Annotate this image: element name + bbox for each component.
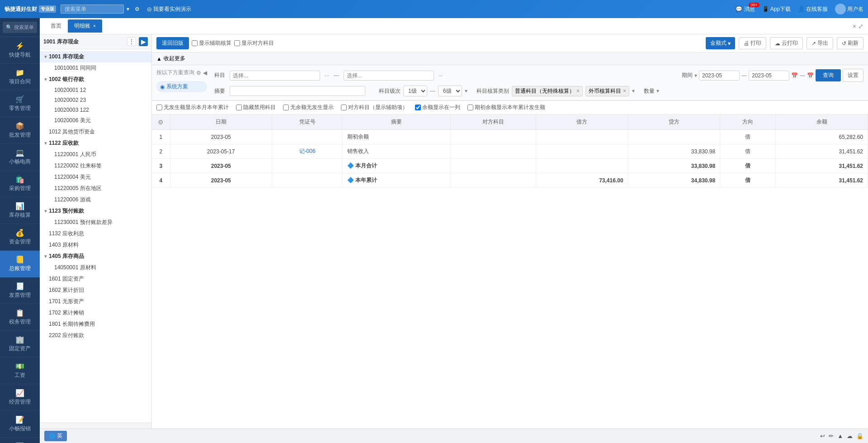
gear-icon[interactable]: ⚙ <box>135 6 140 12</box>
level-end-select[interactable]: 6级 <box>438 86 462 96</box>
settings-button[interactable]: 设置 <box>843 69 863 82</box>
tree-icons-btn[interactable]: ⋮ <box>127 37 136 46</box>
checkbox-opposite-show[interactable]: 对方科目（显示辅助项） <box>341 104 408 111</box>
messages-btn[interactable]: 💬 消息 99+ <box>736 5 755 13</box>
period-dropdown-icon[interactable]: ▾ <box>694 72 697 79</box>
tree-item-11230001[interactable]: 11230001 预付账款差异 <box>40 217 151 228</box>
tree-item-14050001[interactable]: 14050001 原材料 <box>40 262 151 273</box>
cloud-print-btn[interactable]: ☁ 云打印 <box>770 37 803 49</box>
tree-item-1012[interactable]: 1012 其他货币资金 <box>40 126 151 138</box>
tree-item-10020003[interactable]: 10020003 122 <box>40 105 151 115</box>
user-avatar[interactable]: 用户名 <box>835 4 863 14</box>
sidebar-search-button[interactable]: 🔍 搜索菜单 <box>3 22 37 33</box>
tree-item-11220002[interactable]: 11220002 往来标签 <box>40 160 151 171</box>
calc-tag-2-close[interactable]: × <box>623 88 626 94</box>
period-start-input[interactable] <box>699 71 740 81</box>
sidebar-item-invoice[interactable]: 🧾 发票管理 <box>0 277 40 304</box>
sidebar-item-capital[interactable]: 💰 资金管理 <box>0 224 40 251</box>
dropdown-icon[interactable]: ▾ <box>127 6 129 12</box>
lock-icon[interactable]: 🔒 <box>856 433 863 439</box>
tree-item-1701[interactable]: 1701 无形资产 <box>40 296 151 307</box>
tree-item-1601[interactable]: 1601 固定资产 <box>40 273 151 285</box>
query-toggle[interactable]: ▲ 收起更多 <box>152 52 868 65</box>
sidebar-item-wholesale[interactable]: 📦 批发管理 <box>0 117 40 144</box>
tree-item-1123[interactable]: ▼1123 预付账款 <box>40 205 151 217</box>
tree-item-10010001[interactable]: 10010001 同同同 <box>40 62 151 74</box>
period-end-input[interactable] <box>749 71 789 81</box>
sidebar-item-tax[interactable]: 📋 税务管理 <box>0 304 40 331</box>
calc-tag-2[interactable]: 外币核算科目 × <box>585 86 629 96</box>
refresh-btn[interactable]: ↺ 刷新 <box>837 37 863 49</box>
sidebar-item-basic[interactable]: ℹ️ 基础信息 <box>0 438 40 443</box>
tab-home[interactable]: 首页 <box>44 19 68 33</box>
subject-input-end[interactable] <box>344 71 434 81</box>
checkbox-no-balance-show2[interactable]: 无余额无发生显示 <box>283 104 334 111</box>
quantity-dropdown-icon[interactable]: ▾ <box>656 88 659 94</box>
demo-link[interactable]: 我要看实例演示 <box>147 5 191 13</box>
calc-tag-1[interactable]: 普通科目（无特殊核算） × <box>512 86 583 96</box>
export-btn[interactable]: ↗ 导出 <box>807 37 833 49</box>
tree-item-11220005[interactable]: 11220005 所在地区 <box>40 183 151 194</box>
calc-dropdown-icon[interactable]: ▾ <box>632 88 635 94</box>
toggle-icon[interactable]: ▼ <box>43 254 48 259</box>
tree-item-1403[interactable]: 1403 原材料 <box>40 239 151 251</box>
app-download-btn[interactable]: 📱 App下载 <box>762 5 791 13</box>
calendar-end-icon[interactable]: 📅 <box>807 72 814 79</box>
show-aux-calc-checkbox[interactable]: 显示辅助核算 <box>192 39 231 47</box>
toggle-icon[interactable]: ▼ <box>43 141 48 146</box>
tree-item-11220001[interactable]: 11220001 人民币 <box>40 149 151 160</box>
collapse-icon[interactable]: ◀ <box>203 70 207 76</box>
print-btn[interactable]: 🖨 打印 <box>739 37 766 49</box>
tree-item-1405[interactable]: ▼1405 库存商品 <box>40 251 151 262</box>
tab-detail[interactable]: 明细账 × <box>68 19 102 33</box>
undo-icon[interactable]: ↩ <box>820 433 825 439</box>
checkbox-opening-accum[interactable]: 期初余额显示本年累计发生额 <box>467 104 545 111</box>
checkbox-hide-disabled[interactable]: 隐藏禁用科目 <box>236 104 276 111</box>
col-settings[interactable]: ⚙ <box>152 114 170 130</box>
panel-close-icon[interactable]: × <box>853 23 856 30</box>
checkbox-balance-one-col[interactable]: 余额显示在一列 <box>415 104 460 111</box>
upload-icon[interactable]: ▲ <box>837 433 843 439</box>
sidebar-item-retail[interactable]: 🛒 零售管理 <box>0 91 40 117</box>
cell-voucher[interactable]: 记-006 <box>272 144 343 159</box>
tree-item-11220004[interactable]: 11220004 美元 <box>40 171 151 183</box>
tree-nav-btn[interactable]: ▶ <box>139 37 148 46</box>
sidebar-item-ecommerce[interactable]: 💻 小畅电商 <box>0 144 40 171</box>
calc-tag-1-close[interactable]: × <box>576 88 580 94</box>
level-dropdown-icon[interactable]: ▾ <box>465 88 467 94</box>
summary-input[interactable] <box>230 86 365 96</box>
back-old-btn[interactable]: 退回旧版 <box>156 37 189 49</box>
toggle-icon[interactable]: ▼ <box>43 209 48 214</box>
tree-item-1122[interactable]: ▼1122 应收款 <box>40 138 151 149</box>
tree-item-1002[interactable]: ▼1002 银行存款 <box>40 74 151 85</box>
checkbox-no-balance[interactable]: 无发生额显示本月本年累计 <box>156 104 229 111</box>
tree-item-2202[interactable]: 2202 应付账款 <box>40 330 151 341</box>
calendar-icon[interactable]: 📅 <box>791 72 798 79</box>
panel-maximize-icon[interactable]: ⤢ <box>858 23 863 30</box>
status-lang-btn[interactable]: 🌐 英 <box>44 431 67 441</box>
sidebar-item-inventory[interactable]: 📊 库存核算 <box>0 197 40 224</box>
scheme-option[interactable]: ◉ 系统方案 <box>156 81 207 92</box>
show-opposite-checkbox[interactable]: 显示对方科目 <box>234 39 274 47</box>
tree-item-1602[interactable]: 1602 累计折旧 <box>40 285 151 296</box>
search-input[interactable] <box>61 5 124 14</box>
subject-input[interactable] <box>230 71 320 81</box>
sidebar-item-ops[interactable]: 📈 经营管理 <box>0 384 40 411</box>
sidebar-item-project[interactable]: 📁 项目合同 <box>0 64 40 91</box>
sidebar-item-payroll[interactable]: 💵 工资 <box>0 357 40 384</box>
format-btn[interactable]: 金额式 ▾ <box>706 37 735 49</box>
toggle-icon[interactable]: ▼ <box>43 77 48 82</box>
tree-item-1001[interactable]: ▼1001 库存现金 <box>40 51 151 62</box>
sidebar-item-ledger[interactable]: 📒 总账管理 <box>0 251 40 277</box>
toggle-icon[interactable]: ▼ <box>43 54 48 59</box>
tree-item-10020006[interactable]: 10020006 美元 <box>40 115 151 126</box>
cloud-icon[interactable]: ☁ <box>847 433 853 439</box>
tree-item-1132[interactable]: 1132 应收利息 <box>40 228 151 239</box>
voucher-link[interactable]: 记-006 <box>299 148 316 154</box>
sidebar-item-report[interactable]: 📝 小畅报销 <box>0 411 40 438</box>
tree-item-11220006[interactable]: 11220006 游戏 <box>40 194 151 205</box>
edit-icon[interactable]: ✏ <box>829 433 834 439</box>
settings-icon[interactable]: ⚙ <box>196 70 201 76</box>
tree-item-1702[interactable]: 1702 累计摊销 <box>40 307 151 319</box>
tree-item-10020002[interactable]: 10020002 23 <box>40 95 151 105</box>
